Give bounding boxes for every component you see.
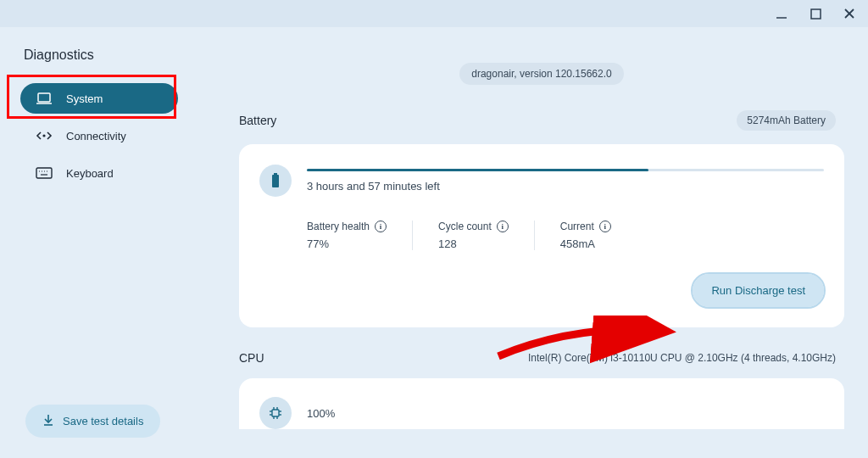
sidebar-item-connectivity[interactable]: Connectivity [20, 120, 178, 151]
maximize-button[interactable] [804, 2, 827, 25]
svg-rect-1 [811, 9, 821, 19]
battery-card: 3 hours and 57 minutes left Battery heal… [239, 144, 844, 327]
svg-rect-13 [274, 173, 277, 175]
main-content: dragonair, version 120.15662.0 Battery 5… [203, 47, 868, 458]
close-button[interactable] [837, 2, 861, 25]
nav-list: System Connectivity Keyboard [20, 83, 203, 188]
sidebar-item-label: Keyboard [66, 167, 114, 180]
info-icon[interactable]: i [497, 221, 509, 232]
svg-point-6 [43, 135, 45, 137]
minimize-button[interactable] [770, 2, 793, 25]
battery-capacity-badge: 5274mAh Battery [737, 110, 836, 131]
laptop-icon [36, 92, 53, 105]
sidebar-item-label: Connectivity [66, 130, 126, 142]
keyboard-icon [36, 166, 53, 180]
stat-cycle-count: Cycle count i 128 [412, 221, 534, 250]
titlebar [0, 0, 868, 27]
info-icon[interactable]: i [375, 221, 387, 232]
cpu-percent: 100% [307, 407, 335, 420]
sidebar: Diagnostics System Connectivity Keyboard [20, 47, 203, 458]
page-title: Diagnostics [20, 47, 203, 63]
svg-rect-14 [272, 175, 279, 187]
sidebar-item-label: System [66, 92, 103, 105]
battery-time-left: 3 hours and 57 minutes left [307, 180, 824, 193]
cpu-section-title: CPU [239, 351, 264, 365]
cpu-icon [259, 397, 292, 429]
svg-rect-7 [36, 168, 52, 178]
battery-progress [307, 169, 824, 171]
cpu-card: 100% [239, 378, 844, 429]
cpu-detail: Intel(R) Core(TM) i3-10110U CPU @ 2.10GH… [528, 352, 836, 364]
sidebar-item-system[interactable]: System [20, 83, 178, 114]
save-test-details-button[interactable]: Save test details [25, 405, 160, 438]
connectivity-icon [36, 129, 53, 142]
stat-battery-health: Battery health i 77% [307, 221, 412, 250]
battery-section-title: Battery [239, 114, 276, 127]
version-badge: dragonair, version 120.15662.0 [459, 63, 623, 85]
info-icon[interactable]: i [599, 221, 611, 232]
battery-icon [259, 165, 292, 197]
run-discharge-test-button[interactable]: Run Discharge test [693, 274, 824, 307]
svg-rect-15 [272, 410, 279, 416]
svg-rect-4 [38, 93, 50, 102]
stat-current: Current i 458mA [534, 221, 637, 250]
sidebar-item-keyboard[interactable]: Keyboard [20, 158, 178, 188]
download-icon [42, 414, 54, 428]
